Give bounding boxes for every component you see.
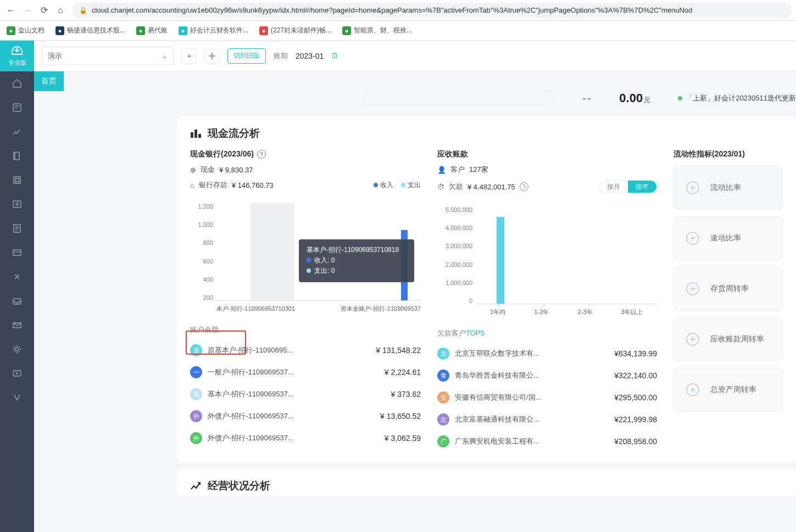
metric-card[interactable]: 流动比率 (673, 166, 783, 210)
customer-row[interactable]: 北北京富基融通科技有限公...¥221,999.98 (437, 408, 657, 430)
svg-point-4 (16, 203, 18, 205)
org-select[interactable]: 演示 ⌄ (42, 47, 174, 65)
customer-row[interactable]: 青青岛华胜普金科技有限公...¥322,140.00 (437, 365, 657, 387)
sidebar-assets-icon[interactable] (0, 168, 34, 192)
customer-badge: 北 (437, 348, 449, 360)
account-row[interactable]: 基基本户-招行-1109069537...¥ 373.62 (190, 383, 421, 405)
metric-icon (683, 279, 703, 299)
owed-icon: ⏱ (437, 183, 444, 191)
bank-icon: ⌂ (190, 181, 194, 189)
customer-value: 127家 (469, 165, 488, 175)
metric-icon (683, 329, 703, 349)
customer-badge: 广 (437, 435, 449, 447)
bookmark-label: 畅捷通信息技术股... (67, 26, 125, 35)
customer-row[interactable]: 广广东腾安机电安装工程有...¥208,958.00 (437, 430, 657, 452)
chevron-down-icon: ⌄ (162, 52, 168, 60)
nav-home-button[interactable]: ⌂ (54, 4, 67, 17)
bookmark-item[interactable]: ●好会计云财务软件... (179, 26, 248, 35)
nav-reload-button[interactable]: ⟳ (37, 4, 51, 17)
metric-card[interactable]: 总资产周转率 (673, 368, 783, 412)
customer-name: 北京富基融通科技有限公... (455, 415, 539, 424)
switch-old-version-button[interactable]: 切到旧版 (227, 48, 266, 64)
bookmark-item[interactable]: ●智能票、财、税推... (342, 26, 412, 35)
svg-rect-1 (14, 177, 20, 183)
sidebar-home-icon[interactable] (0, 71, 34, 96)
bookmark-favicon: ● (7, 26, 15, 35)
news-ticker[interactable]: 「上新」好会计20230511迭代更新 (678, 93, 796, 103)
svg-point-8 (15, 348, 19, 351)
customer-name: 青岛华胜普金科技有限公... (455, 371, 539, 380)
account-name: 外债户-招行-1109069537... (208, 411, 294, 421)
bookmark-favicon: ● (342, 26, 351, 35)
cashflow-panel: 现金流分析 现金银行(2023/06) ? ⊕ 现金 ¥ 9,830.37 (177, 116, 796, 462)
app-logo[interactable]: 专业版 (0, 41, 34, 71)
sidebar-video-icon[interactable] (0, 361, 34, 385)
cash-label: 现金 (201, 165, 215, 175)
url-bar[interactable]: 🔒 cloud.chanjet.com/accounting/uw1eb00zy… (73, 3, 792, 18)
account-row[interactable]: 外外债户-招行-1109069537...¥ 13,650.52 (190, 405, 421, 427)
x-tick: 2-3年 (578, 308, 593, 316)
customer-badge: 青 (437, 369, 449, 382)
nav-back-button[interactable]: ← (4, 4, 18, 17)
topbar: 演示 ⌄ ＋ 切到旧版 账期 2023-01 🗓 (34, 41, 796, 71)
account-row[interactable]: 一一般户-招行-1109069537...¥ 2,224.61 (190, 361, 421, 383)
cashflow-title: 现金流分析 (190, 126, 783, 141)
metric-card[interactable]: 应收账款周转率 (673, 317, 783, 361)
metric-label: 流动比率 (710, 183, 741, 193)
y-tick: 4,000,000 (446, 225, 472, 231)
sidebar-inbox-icon[interactable] (0, 289, 34, 313)
x-tick: 1-2年 (534, 308, 549, 316)
help-icon[interactable]: ? (520, 182, 528, 191)
add-button[interactable]: ＋ (181, 48, 197, 64)
y-tick: 400 (203, 276, 213, 283)
search-stub[interactable] (363, 91, 555, 105)
sidebar-archive-icon[interactable] (0, 240, 34, 265)
svg-point-10 (211, 54, 214, 57)
logo-label: 专业版 (8, 59, 26, 67)
bookmark-label: 好会计云财务软件... (190, 26, 248, 35)
receivables-header: 应收账款 (437, 149, 468, 159)
sidebar-report-icon[interactable] (0, 120, 34, 144)
gear-button[interactable] (204, 48, 220, 64)
help-icon[interactable]: ? (257, 150, 266, 159)
sidebar-voucher-icon[interactable] (0, 96, 34, 120)
owed-value: ¥ 4,482,001.75 (467, 183, 515, 191)
y-tick: 2,000,000 (446, 261, 472, 268)
toggle-month[interactable]: 按月 (599, 181, 628, 193)
deposit-value: ¥ 146,760.73 (232, 181, 274, 189)
y-tick: 0 (469, 298, 472, 304)
news-dot-icon (678, 96, 682, 100)
sidebar-salary-icon[interactable] (0, 192, 34, 216)
x-tick: 3年以上 (621, 308, 643, 316)
period-toggle[interactable]: 按月 按年 (599, 180, 657, 193)
stub-value: 0.00元 (619, 91, 650, 105)
operation-panel: 经营状况分析 (177, 469, 796, 496)
bookmark-item[interactable]: ●畅捷通信息技术股... (55, 26, 125, 35)
customer-row[interactable]: 北北京互帮联众数字技术有...¥634,139.99 (437, 343, 657, 365)
account-badge: 基 (190, 388, 202, 400)
customer-row[interactable]: 安安徽有信商贸有限公司/国...¥295,500.00 (437, 387, 657, 408)
svg-rect-13 (198, 134, 201, 138)
svg-rect-12 (194, 130, 197, 138)
sidebar-mail-icon[interactable] (0, 313, 34, 337)
account-name: 外债户-招行-1109069537... (208, 433, 294, 443)
bookmarks-bar: ●金山文档●畅捷通信息技术股...●易代账●好会计云财务软件...●(227封未… (0, 21, 796, 41)
calendar-icon[interactable]: 🗓 (331, 52, 338, 60)
sidebar-ledger-icon[interactable] (0, 144, 34, 168)
bookmark-item[interactable]: ●(227封未读邮件)畅... (259, 26, 331, 35)
tab-home[interactable]: 首页 (34, 71, 64, 91)
metric-card[interactable]: 速动比率 (673, 216, 783, 260)
legend: 收入 支出 (374, 181, 421, 190)
account-amount: ¥ 2,224.61 (385, 368, 421, 377)
sidebar-v-icon[interactable] (0, 385, 34, 410)
account-badge: 外 (190, 410, 202, 422)
bookmark-item[interactable]: ●易代账 (136, 26, 168, 35)
sidebar-tools-icon[interactable] (0, 265, 34, 289)
account-row[interactable]: 外外债户-招行-1109069537...¥ 3,062.59 (190, 427, 421, 449)
sidebar-tax-icon[interactable] (0, 216, 34, 240)
metric-card[interactable]: 存货周转率 (673, 267, 783, 311)
sidebar-settings-icon[interactable] (0, 337, 34, 361)
nav-forward-button[interactable]: → (21, 4, 34, 17)
bookmark-item[interactable]: ●金山文档 (7, 26, 44, 35)
toggle-year[interactable]: 按年 (628, 181, 656, 193)
